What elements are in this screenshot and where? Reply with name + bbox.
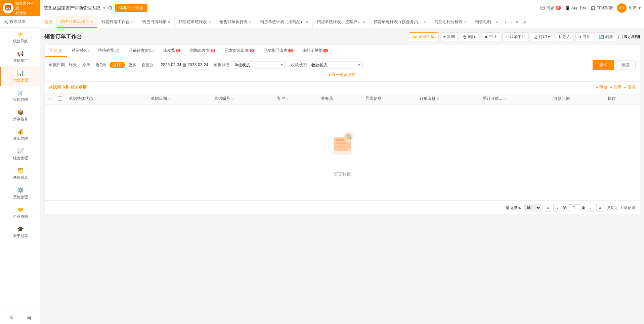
- tab-nav-next[interactable]: ›: [508, 16, 514, 28]
- sub-tab-pending-inspect[interactable]: 待拣验货(0): [93, 45, 124, 57]
- industry-btn[interactable]: 体验行业方案: [115, 4, 147, 12]
- th-date[interactable]: 单据日期⇅: [147, 93, 211, 105]
- settings-bottom-icon[interactable]: ⚙: [9, 314, 14, 321]
- ship-btn[interactable]: ● 发货: [624, 84, 636, 90]
- tab-sales-more[interactable]: 销售毛利... ✕: [471, 16, 503, 28]
- table-scroll[interactable]: ⠿ 单据整体状态⇅ 单据日期⇅ 单据编号⇅ 客户⇅ 业务员 异常信息 订单金额⇅…: [45, 93, 640, 201]
- date-more[interactable]: 更多: [126, 62, 138, 69]
- online-service-btn[interactable]: 🎧 在线客服: [591, 5, 613, 11]
- per-page-select[interactable]: 50 10 20 100: [524, 204, 541, 211]
- review-btn[interactable]: ● 审核: [596, 84, 607, 90]
- dropdown-arrow-icon[interactable]: ▾: [103, 6, 105, 10]
- sidebar-item-coop[interactable]: 🤝 企业协同: [0, 203, 40, 222]
- app-download-btn[interactable]: 📱 App下载: [565, 5, 587, 11]
- tab-sales-exec[interactable]: 销售订单执行表 ✕: [215, 16, 256, 28]
- sub-tab-wangpu[interactable]: 旺铺待发货(0): [124, 45, 159, 57]
- print-btn[interactable]: 🖨 打印 ▾: [531, 32, 553, 41]
- page-last-btn[interactable]: »: [596, 204, 604, 212]
- import-btn[interactable]: ⬇ 导入: [555, 32, 573, 41]
- collapse-icon[interactable]: ◀: [27, 314, 31, 321]
- sub-tab-all[interactable]: 全部(0): [45, 45, 67, 57]
- sidebar-item-inventory[interactable]: 📦 库存核算: [0, 106, 40, 125]
- date-7days[interactable]: 近7天: [94, 62, 108, 69]
- sub-tab-not-printed[interactable]: 未打印单据0: [298, 45, 333, 57]
- user-menu[interactable]: 用 用友 ▾: [617, 3, 641, 13]
- page-input[interactable]: [568, 204, 580, 211]
- sidebar-item-finance[interactable]: 💰 资金管理: [0, 125, 40, 145]
- page-first-btn[interactable]: «: [544, 204, 552, 212]
- th-customer[interactable]: 客户⇅: [273, 93, 317, 105]
- status-select[interactable]: 单据状态: [232, 62, 286, 69]
- th-collected[interactable]: 累计收款...⇅: [479, 93, 550, 105]
- tab-sales-summary-staff[interactable]: 销货单统计表（按业务员） ✕: [370, 16, 430, 28]
- date-custom[interactable]: 自定义: [140, 62, 156, 69]
- date-1month[interactable]: 近1月: [110, 62, 125, 68]
- sub-tab-expired[interactable]: 到期未发货0: [185, 45, 220, 57]
- tab-home[interactable]: 首页: [40, 16, 57, 28]
- show-detail-input[interactable]: [618, 35, 622, 39]
- tab-sales-order[interactable]: 销售订单工作台 ✕: [57, 16, 97, 28]
- tab-close-sales-order[interactable]: ✕: [90, 20, 93, 24]
- tab-close-more[interactable]: ✕: [496, 20, 499, 24]
- tab-close-summary-staff[interactable]: ✕: [423, 20, 426, 24]
- sidebar-item-sales[interactable]: 📊 销售管理: [0, 67, 40, 86]
- tab-fullscreen[interactable]: ⤢: [521, 16, 528, 28]
- sub-tab-shipped-not-out[interactable]: 已发货未出库0: [220, 45, 259, 57]
- show-detail-checkbox[interactable]: 显示明细: [618, 34, 640, 40]
- smart-gen-btn[interactable]: ⭐ 智能生单: [409, 32, 438, 41]
- tab-close-all[interactable]: ✕: [514, 16, 521, 28]
- tab-margin-analysis[interactable]: 商品毛利分析表 ✕: [430, 16, 471, 28]
- set-btn[interactable]: 设置: [616, 60, 636, 70]
- export-btn[interactable]: ⬆ 导出: [575, 32, 594, 41]
- delete-btn[interactable]: 🗑 删除: [460, 32, 479, 41]
- sidebar-search[interactable]: 🔍 搜索菜单: [0, 16, 40, 28]
- sidebar-item-purchase[interactable]: 🛒 采购管理: [0, 86, 40, 106]
- gear-icon[interactable]: ⚙: [108, 5, 113, 11]
- empty-state-container: 🔍 暂无数据: [48, 107, 636, 198]
- table-batch-actions: ● 审核 ● 充审 ● 发货: [596, 84, 636, 90]
- select-all-checkbox[interactable]: [58, 96, 62, 100]
- tab-close-cash-daily[interactable]: ✕: [131, 20, 134, 24]
- tab-sales-summary-customer[interactable]: 销货单统计表（按客户） ✕: [313, 16, 370, 28]
- tab-close-summary-customer[interactable]: ✕: [362, 20, 365, 24]
- refresh-btn[interactable]: 🔄 刷新: [596, 32, 616, 41]
- th-status[interactable]: 单据整体状态⇅: [66, 93, 147, 105]
- th-checkbox[interactable]: [54, 93, 66, 105]
- th-amount[interactable]: 订单金额⇅: [416, 93, 479, 105]
- page-prev-btn[interactable]: ‹: [553, 204, 561, 212]
- status-filter: 单据状态 单据状态: [214, 62, 286, 69]
- page-next-btn[interactable]: ›: [587, 204, 595, 212]
- unreviewed-btn[interactable]: ● 充审: [610, 84, 621, 90]
- sidebar-item-newbie[interactable]: 🎓 新手引导: [0, 222, 40, 242]
- query-btn[interactable]: 查询: [593, 60, 614, 70]
- date-today[interactable]: 今天: [80, 62, 92, 69]
- stop-btn[interactable]: ⏹ 中止: [481, 32, 500, 41]
- sub-tab-not-shipped[interactable]: 未发货0: [159, 45, 185, 57]
- tab-close-summary-product[interactable]: ✕: [306, 20, 308, 24]
- unreviewed-icon: ●: [610, 85, 612, 90]
- sub-tab-pending-review[interactable]: 待审核(0): [67, 45, 94, 57]
- sub-tab-shipped-out[interactable]: 已发货已出库0: [259, 45, 298, 57]
- expand-conditions-btn[interactable]: ▾ 展开更多条件: [329, 72, 356, 78]
- tab-close-margin[interactable]: ✕: [464, 20, 467, 24]
- tab-cash-daily[interactable]: 钱货日清工作台 ✕: [97, 16, 138, 28]
- tab-sales-stat[interactable]: 销售订单统计表 ✕: [175, 16, 215, 28]
- tab-sales-summary-product[interactable]: 销货单统计表（按商品） ✕: [256, 16, 313, 28]
- sidebar-item-operation[interactable]: 📈 经营管理: [0, 145, 40, 164]
- message-btn[interactable]: 💬 消息 6: [540, 5, 561, 11]
- tab-cash-reconcile[interactable]: 钱货日清对账 ✕: [138, 16, 175, 28]
- tab-close-sales-stat[interactable]: ✕: [208, 20, 211, 24]
- tab-nav-prev[interactable]: ‹: [503, 16, 508, 28]
- tab-close-sales-exec[interactable]: ✕: [249, 20, 252, 24]
- sidebar-item-system[interactable]: ⚙️ 系统管理: [0, 184, 40, 203]
- sidebar-item-quick-nav[interactable]: ⚡ 快捷导航: [0, 28, 40, 47]
- payment-select[interactable]: 收款状态: [309, 62, 363, 69]
- sidebar-item-basic[interactable]: 🗂️ 基础信息: [0, 164, 40, 184]
- tab-close-cash-reconcile[interactable]: ✕: [168, 20, 170, 24]
- sidebar-item-marketing[interactable]: 📢 营销推广: [0, 47, 40, 67]
- empty-text: 暂无数据: [334, 171, 351, 177]
- date-yesterday[interactable]: 昨天: [67, 62, 79, 69]
- cancel-stop-btn[interactable]: ↩ 取消中止: [502, 32, 529, 41]
- th-number[interactable]: 单据编号⇅: [211, 93, 274, 105]
- add-btn[interactable]: + 新增: [440, 32, 458, 41]
